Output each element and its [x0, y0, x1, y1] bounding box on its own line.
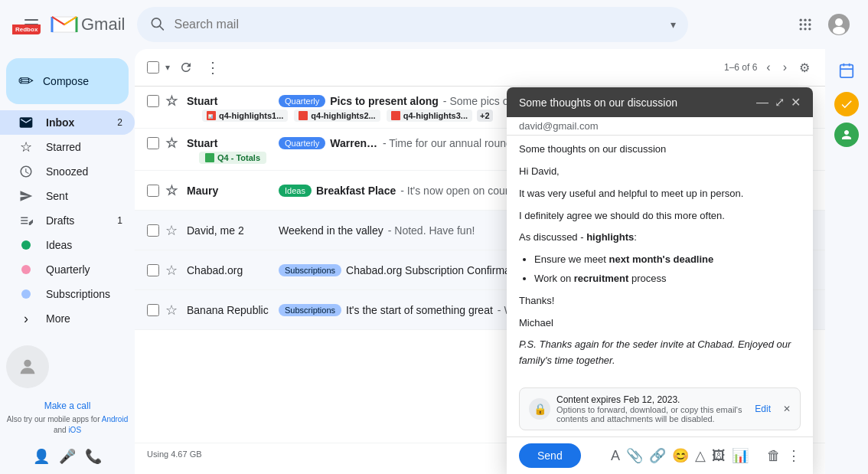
compose-to-email: david@gmail.com [519, 120, 599, 132]
phone-icon[interactable]: 📞 [85, 448, 102, 465]
sidebar-item-starred[interactable]: ☆ Starred [0, 135, 135, 159]
email-sender-4: David, me 2 [187, 224, 279, 237]
compose-close-icon[interactable]: ✕ [791, 95, 801, 110]
compose-bullet-2: Work on recruitment process [534, 271, 801, 287]
email-star-2[interactable]: ☆ [165, 135, 181, 152]
ios-link[interactable]: iOS [68, 426, 81, 434]
compose-header[interactable]: Some thoughts on our discussion — ⤢ ✕ [507, 87, 813, 117]
email-spreadsheet-2: Q4 - Totals [147, 152, 266, 164]
content-expires-edit-link[interactable]: Edit [755, 404, 771, 414]
compose-expand-icon[interactable]: ⤢ [775, 95, 785, 110]
compose-recruitment-text: recruitment [574, 273, 629, 284]
email-toolbar: ▾ ⋮ 1–6 of 6 ‹ › ⚙ [135, 49, 825, 87]
next-page-button[interactable]: › [780, 57, 790, 77]
subscriptions-dot-icon [18, 286, 34, 302]
sidebar: ✏ Compose Inbox 2 ☆ Starred Snoozed [0, 49, 135, 474]
email-checkbox-6[interactable] [147, 304, 159, 316]
compose-body[interactable]: Some thoughts on our discussion Hi David… [507, 136, 813, 381]
attach-file-icon[interactable]: 📎 [626, 447, 643, 464]
svg-point-5 [800, 19, 802, 21]
apps-button[interactable] [791, 11, 819, 38]
chip-subscriptions-6: Subscriptions [279, 304, 341, 316]
snoozed-icon [18, 164, 34, 179]
email-star-5[interactable]: ☆ [165, 262, 181, 279]
select-dropdown-icon[interactable]: ▾ [165, 62, 170, 73]
email-checkbox-2[interactable] [147, 137, 159, 149]
mobile-apps-text: Also try our mobile apps for Androidand … [7, 414, 128, 436]
select-all-checkbox[interactable] [147, 61, 159, 74]
compose-header-icons: — ⤢ ✕ [756, 95, 801, 110]
email-checkbox-3[interactable] [147, 185, 159, 197]
sidebar-item-snoozed[interactable]: Snoozed [0, 159, 135, 184]
tasks-icon[interactable] [834, 92, 859, 116]
contacts-icon[interactable] [834, 123, 859, 147]
top-bar: Redbox Gmail [0, 0, 868, 49]
sidebar-item-ideas[interactable]: Ideas [0, 233, 135, 257]
email-subject-4: Weekend in the valley [279, 224, 383, 237]
email-star-6[interactable]: ☆ [165, 302, 181, 319]
chip-quarterly-2: Quarterly [279, 137, 325, 149]
sidebar-item-inbox[interactable]: Inbox 2 [0, 110, 135, 135]
sent-icon [18, 188, 34, 204]
add-event-icon[interactable] [831, 55, 862, 86]
insert-chart-icon[interactable]: 📊 [732, 447, 749, 464]
compose-minimize-icon[interactable]: — [756, 96, 768, 110]
email-sender-1: Stuart [187, 95, 279, 107]
drive-icon[interactable]: △ [695, 447, 706, 464]
emoji-icon[interactable]: 😊 [672, 447, 689, 464]
sidebar-item-drafts[interactable]: Drafts 1 [0, 208, 135, 233]
email-sender-5: Chabad.org [187, 264, 279, 276]
pagination-text: 1–6 of 6 [724, 62, 757, 73]
prev-page-button[interactable]: ‹ [763, 57, 773, 77]
svg-point-7 [808, 19, 811, 21]
svg-point-11 [800, 28, 802, 30]
more-compose-options-icon[interactable]: ⋮ [787, 447, 801, 464]
content-expires-box: 🔒 Content expires Feb 12, 2023. Options … [519, 387, 801, 430]
compose-ps: P.S. Thanks again for the seder invite a… [519, 337, 801, 369]
user-avatar [6, 345, 49, 388]
svg-line-4 [160, 26, 164, 30]
app-container: Redbox Gmail [0, 0, 868, 474]
email-checkbox-1[interactable] [147, 95, 159, 107]
chip-ideas-3: Ideas [279, 185, 312, 197]
content-expires-icon: 🔒 [529, 398, 550, 420]
sidebar-item-quarterly[interactable]: Quarterly [0, 257, 135, 282]
chip-subscriptions-5: Subscriptions [279, 264, 341, 276]
insert-link-icon[interactable]: 🔗 [649, 447, 666, 464]
delete-icon[interactable]: 🗑 [767, 448, 781, 464]
compose-highlights-label: highlights [586, 231, 634, 243]
voice-icon[interactable]: 🎤 [59, 448, 76, 465]
svg-point-12 [804, 28, 806, 30]
format-text-icon[interactable]: A [611, 448, 620, 464]
email-checkbox-5[interactable] [147, 264, 159, 276]
make-a-call-link[interactable]: Make a call [44, 400, 91, 411]
compose-button[interactable]: ✏ Compose [6, 58, 129, 104]
sidebar-item-more[interactable]: › More [0, 306, 135, 331]
email-star-3[interactable]: ☆ [165, 182, 181, 199]
insert-photo-icon[interactable]: 🖼 [712, 448, 726, 464]
settings-button[interactable]: ⚙ [796, 57, 813, 78]
account-button[interactable] [822, 8, 856, 41]
email-star-1[interactable]: ☆ [165, 93, 181, 110]
drafts-icon [18, 213, 34, 228]
email-sender-3: Maury [187, 185, 279, 197]
content-expires-close-icon[interactable]: ✕ [783, 404, 791, 414]
send-button[interactable]: Send [519, 443, 581, 468]
more-options-button[interactable]: ⋮ [202, 55, 224, 80]
refresh-button[interactable] [176, 57, 196, 77]
add-account-icon[interactable]: 👤 [33, 448, 50, 465]
search-dropdown-icon[interactable]: ▾ [671, 18, 676, 31]
android-link[interactable]: Android [102, 415, 128, 423]
sidebar-item-subscriptions[interactable]: Subscriptions [0, 282, 135, 306]
sidebar-user[interactable] [0, 339, 135, 394]
email-checkbox-4[interactable] [147, 224, 159, 237]
email-subject-2: Warren's Intro [330, 137, 378, 149]
compose-popup: Some thoughts on our discussion — ⤢ ✕ da… [507, 87, 813, 474]
sidebar-item-sent[interactable]: Sent [0, 184, 135, 208]
compose-subject-line: Some thoughts on our discussion [519, 142, 801, 158]
search-input[interactable] [137, 7, 688, 42]
spreadsheet-chip-2: Q4 - Totals [199, 152, 266, 164]
email-star-4[interactable]: ☆ [165, 222, 181, 239]
svg-point-8 [800, 23, 802, 25]
top-right-icons [791, 8, 856, 41]
